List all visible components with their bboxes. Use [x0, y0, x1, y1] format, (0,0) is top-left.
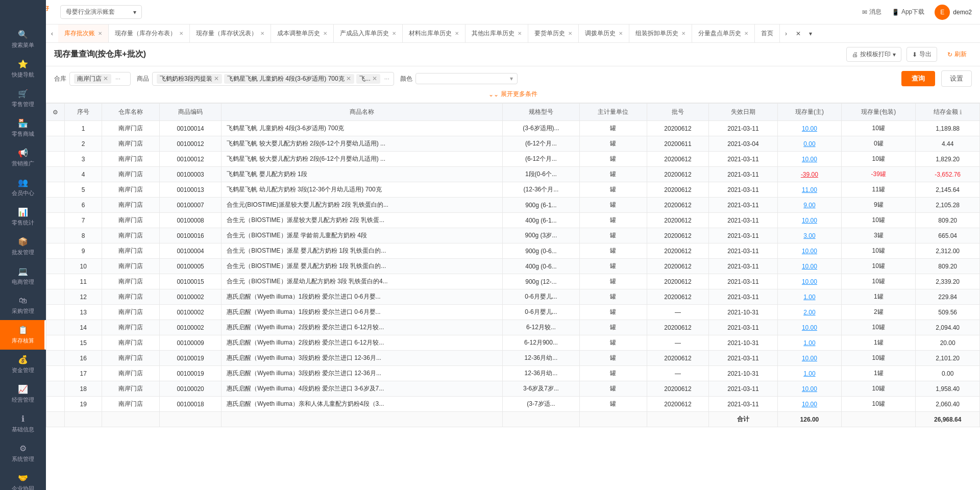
td-cell-9[interactable]: 10.00	[777, 259, 842, 274]
td-settings[interactable]	[46, 259, 65, 274]
tab-close-7[interactable]: ✕	[392, 31, 396, 36]
td-cell-9[interactable]: 10.00	[777, 121, 842, 136]
tab-close-8[interactable]: ✕	[323, 31, 327, 36]
td-settings[interactable]	[46, 182, 65, 198]
td-cell-9[interactable]: 10.00	[777, 152, 842, 167]
tab-close-10[interactable]: ✕	[179, 31, 183, 36]
td-settings[interactable]	[46, 335, 65, 351]
tab-close-2[interactable]: ✕	[681, 31, 685, 36]
sidebar-item-系统管理[interactable]: ⚙系统管理	[0, 438, 46, 468]
sidebar-item-经营管理[interactable]: 📈经营管理	[0, 379, 46, 409]
app-download-btn[interactable]: 📱 App下载	[892, 8, 924, 16]
td-cell-9[interactable]: 1.00	[777, 289, 842, 305]
tab-item-2[interactable]: 组装拆卸单历史✕	[629, 24, 692, 43]
sidebar-item-会员中心[interactable]: 👥会员中心	[0, 173, 46, 202]
tab-close-9[interactable]: ✕	[260, 31, 264, 36]
tab-item-8[interactable]: 成本调整单历史✕	[271, 24, 334, 43]
tab-next-btn[interactable]: ›	[780, 24, 792, 43]
user-profile[interactable]: E demo2	[935, 5, 972, 20]
td-cell-9[interactable]: 10.00	[777, 274, 842, 289]
product-tag-1-close[interactable]: ✕	[214, 75, 219, 82]
tab-item-4[interactable]: 要货单历史✕	[528, 24, 579, 43]
message-btn[interactable]: ✉ 消息	[862, 8, 881, 16]
td-cell-9[interactable]: 0.00	[777, 136, 842, 152]
tab-close-11[interactable]: ✕	[98, 31, 102, 36]
sidebar-item-库存核算[interactable]: 📋库存核算	[0, 320, 46, 350]
sidebar-item-基础信息[interactable]: ℹ基础信息	[0, 409, 46, 438]
tab-prev-btn[interactable]: ‹	[46, 24, 58, 43]
sidebar-item-零售统计[interactable]: 📊零售统计	[0, 202, 46, 232]
td-settings[interactable]	[46, 366, 65, 381]
refresh-btn[interactable]: ↻ 刷新	[942, 47, 972, 61]
product-filter-input[interactable]: 飞鹤奶粉3段丙提装 ✕ 飞鹤星飞帆 儿童奶粉 4段(3-6岁适用) 700克 ✕…	[152, 72, 394, 86]
td-cell-9[interactable]: 10.00	[777, 397, 842, 412]
tab-item-9[interactable]: 现存量（库存状况表）✕	[190, 24, 271, 43]
tab-item-7[interactable]: 产成品入库单历史✕	[334, 24, 403, 43]
td-settings[interactable]	[46, 198, 65, 213]
td-settings[interactable]	[46, 121, 65, 136]
td-cell-9[interactable]: 10.00	[777, 320, 842, 335]
settings-btn[interactable]: 设置	[941, 70, 972, 87]
print-btn[interactable]: 🖨 按模板打印 ▾	[846, 47, 901, 62]
td-cell-9[interactable]: -39.00	[777, 167, 842, 182]
tab-item-6[interactable]: 材料出库单历史✕	[403, 24, 465, 43]
sidebar-item-采购管理[interactable]: 🛍采购管理	[0, 291, 46, 320]
td-settings[interactable]	[46, 136, 65, 152]
th-settings[interactable]: ⚙	[46, 104, 65, 121]
tab-close-4[interactable]: ✕	[568, 31, 572, 36]
td-cell-9[interactable]: 10.00	[777, 351, 842, 366]
td-settings[interactable]	[46, 152, 65, 167]
td-settings[interactable]	[46, 289, 65, 305]
tab-item-10[interactable]: 现存量（库存分布表）✕	[109, 24, 190, 43]
sidebar-item-企业协同[interactable]: 🤝企业协同	[0, 468, 46, 490]
tab-item-5[interactable]: 其他出库单历史✕	[465, 24, 528, 43]
td-settings[interactable]	[46, 228, 65, 243]
td-cell-9[interactable]: 3.00	[777, 228, 842, 243]
tab-item-11[interactable]: 库存批次账✕	[58, 24, 109, 43]
tab-item-0[interactable]: 首页	[755, 24, 780, 43]
td-settings[interactable]	[46, 397, 65, 412]
tab-item-1[interactable]: 分量盘点单历史✕	[692, 24, 755, 43]
td-settings[interactable]	[46, 243, 65, 259]
product-tag-3-close[interactable]: ✕	[372, 75, 377, 82]
td-settings[interactable]	[46, 213, 65, 228]
export-btn[interactable]: ⬇ 导出	[906, 47, 937, 62]
sidebar-label-0: 搜索菜单	[12, 41, 34, 49]
warehouse-tag-close[interactable]: ✕	[103, 75, 108, 82]
td-settings[interactable]	[46, 381, 65, 397]
td-cell-9[interactable]: 2.00	[777, 305, 842, 320]
sidebar-item-批发管理[interactable]: 📦批发管理	[0, 232, 46, 261]
sidebar-item-快捷导航[interactable]: ⭐快捷导航	[0, 54, 46, 84]
td-cell-9[interactable]: 10.00	[777, 243, 842, 259]
tab-close-6[interactable]: ✕	[455, 31, 459, 36]
sidebar-item-营销推广[interactable]: 📢营销推广	[0, 143, 46, 173]
sidebar-item-零售商城[interactable]: 🏪零售商城	[0, 113, 46, 143]
sidebar-item-搜索菜单[interactable]: 🔍搜索菜单	[0, 24, 46, 54]
tab-close-all-btn[interactable]: ✕	[792, 24, 804, 43]
product-tag-2-close[interactable]: ✕	[346, 75, 351, 82]
sidebar-item-零售管理[interactable]: 🛒零售管理	[0, 84, 46, 113]
tab-close-1[interactable]: ✕	[744, 31, 748, 36]
td-cell-9[interactable]: 10.00	[777, 381, 842, 397]
td-cell-9[interactable]: 10.00	[777, 213, 842, 228]
td-settings[interactable]	[46, 305, 65, 320]
sidebar-item-资金管理[interactable]: 💰资金管理	[0, 350, 46, 379]
tab-item-3[interactable]: 调拨单历史✕	[579, 24, 629, 43]
td-settings[interactable]	[46, 167, 65, 182]
td-cell-9[interactable]: 9.00	[777, 198, 842, 213]
td-settings[interactable]	[46, 320, 65, 335]
td-settings[interactable]	[46, 351, 65, 366]
td-settings[interactable]	[46, 274, 65, 289]
tab-menu-btn[interactable]: ▾	[804, 24, 817, 43]
tab-close-3[interactable]: ✕	[619, 31, 623, 36]
color-filter-input[interactable]: ▾	[415, 73, 518, 84]
tab-close-5[interactable]: ✕	[518, 31, 522, 36]
td-cell-9[interactable]: 11.00	[777, 182, 842, 198]
sidebar-item-电商管理[interactable]: 💻电商管理	[0, 261, 46, 291]
workspace-selector[interactable]: 母婴行业演示账套 ▾	[60, 5, 142, 19]
query-btn[interactable]: 查询	[901, 71, 935, 86]
expand-conditions-btn[interactable]: ⌄⌄ 展开更多条件	[488, 90, 537, 99]
td-cell-9[interactable]: 1.00	[777, 366, 842, 381]
warehouse-filter-input[interactable]: 南岸门店 ✕ ···	[69, 72, 131, 86]
td-cell-9[interactable]: 1.00	[777, 335, 842, 351]
